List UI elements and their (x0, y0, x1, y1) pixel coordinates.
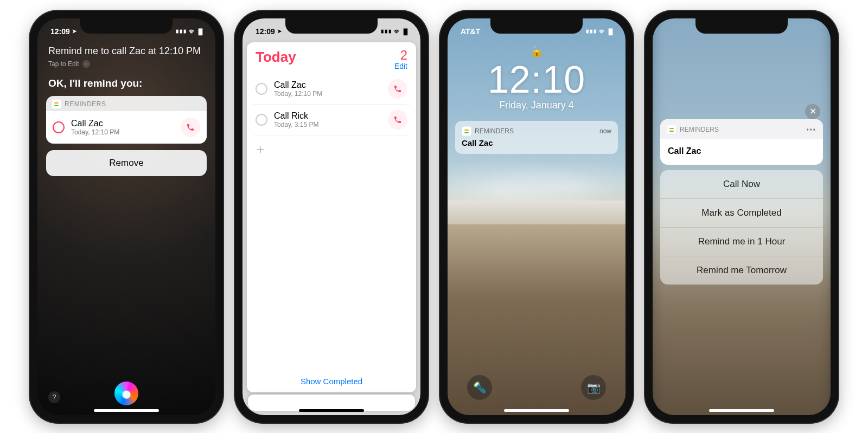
camera-button[interactable]: 📷 (581, 375, 606, 400)
reminder-title: Call Rick (274, 111, 381, 121)
notification-app-label: REMINDERS (680, 126, 719, 133)
reminder-checkbox[interactable] (256, 83, 267, 95)
siri-query: Remind me to call Zac at 12:10 PM (46, 46, 207, 57)
lockscreen-date: Friday, January 4 (448, 100, 626, 111)
reminder-title: Call Zac (71, 119, 174, 128)
siri-orb-icon[interactable] (114, 382, 138, 405)
reminders-app-icon (52, 99, 61, 109)
notification-title: Call Zac (660, 139, 823, 165)
reminder-subtitle: Today, 12:10 PM (71, 128, 174, 136)
notification-app-label: REMINDERS (475, 127, 514, 135)
reminder-title: Call Zac (274, 80, 381, 90)
siri-help-button[interactable]: ? (48, 391, 60, 403)
location-arrow-icon: ➤ (277, 28, 282, 34)
call-button[interactable] (181, 118, 200, 137)
phone-reminders-app: 12:09 ➤ ▮▮▮ ᯤ ▇ Today 2 Edit Call Zac To… (235, 11, 428, 423)
action-call-now[interactable]: Call Now (660, 170, 823, 199)
phone-icon (186, 123, 195, 132)
notch (80, 18, 173, 34)
reminder-checkbox[interactable] (53, 121, 65, 133)
reminders-list-sheet: Today 2 Edit Call Zac Today, 12:10 PM (247, 42, 416, 392)
home-indicator[interactable] (504, 409, 569, 412)
flashlight-icon: 🔦 (473, 381, 487, 394)
reminder-app-label: REMINDERS (65, 100, 106, 108)
remove-button[interactable]: Remove (46, 150, 207, 176)
tap-to-edit-label: Tap to Edit (48, 60, 79, 68)
list-title: Today (256, 49, 296, 66)
close-icon: ✕ (809, 106, 816, 117)
phone-lock-screen: AT&T ▮▮▮ ᯤ ▇ 🔓 12:10 Friday, January 4 R… (440, 11, 633, 423)
action-remind-1-hour[interactable]: Remind me in 1 Hour (660, 228, 823, 256)
status-time: 12:09 (256, 27, 275, 36)
phone-notification-expanded: ✕ REMINDERS ••• Call Zac Call Now Mark a… (645, 11, 838, 423)
status-icons: ▮▮▮ ᯤ ▇ (585, 27, 612, 36)
tap-to-edit[interactable]: Tap to Edit › (46, 60, 207, 68)
flashlight-button[interactable]: 🔦 (467, 375, 492, 400)
notch (695, 18, 788, 34)
chevron-right-icon: › (82, 60, 90, 68)
camera-icon: 📷 (587, 381, 601, 394)
status-carrier: AT&T (461, 27, 480, 36)
home-indicator[interactable] (94, 409, 159, 412)
status-icons: ▮▮▮ ᯤ ▇ (380, 27, 407, 36)
notch (490, 18, 583, 34)
lockscreen-time: 12:10 (448, 61, 626, 99)
home-indicator[interactable] (299, 409, 364, 412)
phone-icon (393, 85, 402, 93)
notification-card[interactable]: REMINDERS ••• Call Zac (660, 119, 823, 165)
notification-card[interactable]: REMINDERS now Call Zac (455, 121, 618, 154)
reminder-row[interactable]: Call Zac Today, 12:10 PM (253, 74, 410, 105)
reminders-app-icon (667, 125, 676, 134)
location-arrow-icon: ➤ (72, 28, 76, 34)
call-button[interactable] (388, 110, 407, 130)
siri-response: OK, I'll remind you: (46, 77, 207, 89)
reminder-subtitle: Today, 12:10 PM (274, 90, 381, 98)
notch (285, 18, 378, 34)
reminders-app-icon (462, 126, 471, 136)
lock-icon: 🔓 (448, 44, 626, 57)
notification-time: now (599, 127, 611, 135)
call-button[interactable] (388, 79, 407, 99)
status-icons: ▮▮▮ ᯤ ▇ (175, 27, 202, 36)
notification-actions: Call Now Mark as Completed Remind me in … (660, 170, 823, 285)
close-button[interactable]: ✕ (805, 104, 820, 119)
action-mark-completed[interactable]: Mark as Completed (660, 199, 823, 228)
phone-icon (393, 115, 402, 124)
action-remind-tomorrow[interactable]: Remind me Tomorrow (660, 256, 823, 285)
reminder-card[interactable]: REMINDERS Call Zac Today, 12:10 PM (46, 96, 207, 144)
app-switcher-peek[interactable] (248, 395, 415, 411)
reminder-subtitle: Today, 3:15 PM (274, 121, 381, 128)
add-reminder-button[interactable]: + (253, 135, 410, 164)
home-indicator[interactable] (709, 409, 774, 412)
reminder-row[interactable]: Call Rick Today, 3:15 PM (253, 105, 410, 135)
show-completed-button[interactable]: Show Completed (247, 370, 416, 392)
reminder-count: 2 (394, 49, 407, 62)
notification-title: Call Zac (462, 138, 611, 147)
edit-button[interactable]: Edit (394, 62, 407, 70)
phone-siri: 12:09 ➤ ▮▮▮ ᯤ ▇ Remind me to call Zac at… (30, 11, 223, 423)
status-time: 12:09 (50, 27, 70, 36)
reminder-checkbox[interactable] (256, 114, 267, 126)
more-icon[interactable]: ••• (806, 126, 816, 133)
